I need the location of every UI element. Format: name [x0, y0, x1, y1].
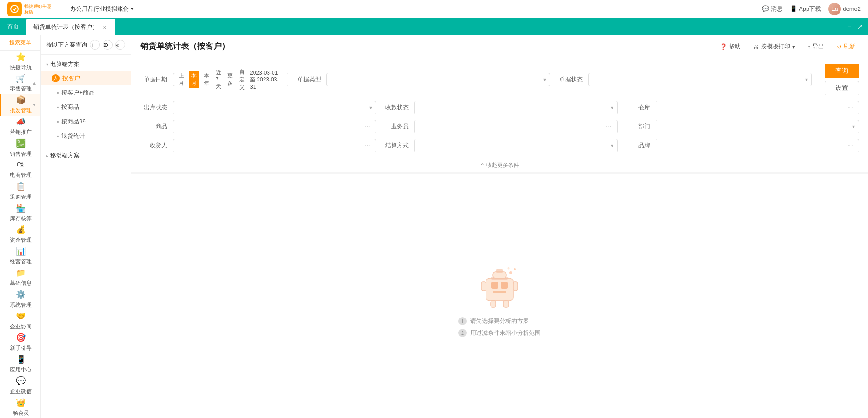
filter-row-3: 商品 ··· 业务员 ··· 部门 ▾ [140, 120, 859, 133]
refresh-btn[interactable]: ↺ 刷新 [833, 41, 859, 52]
shortcut-7days[interactable]: 近7天 [214, 68, 223, 91]
scheme-item-refund-stat[interactable]: ▪ 退货统计 [41, 129, 131, 143]
collab-icon: 🤝 [16, 311, 26, 321]
dots-icon[interactable]: ··· [604, 123, 613, 131]
sidebar-item-app-center[interactable]: 📱 应用中心 [0, 353, 40, 375]
chevron-icon: ▲ [32, 81, 37, 86]
scheme-item-by-goods[interactable]: ▪ 按商品 [41, 100, 131, 114]
shortcut-this-year[interactable]: 本年 [202, 71, 211, 88]
sidebar-item-ecom-mgmt[interactable]: 🛍 电商管理 [0, 159, 40, 180]
tab-minimize-btn[interactable]: － [846, 22, 853, 32]
scheme-item-by-customer[interactable]: 人 按客户 [41, 71, 131, 86]
basic-info-icon: 📁 [16, 268, 26, 278]
doc-status-select[interactable]: ▾ [588, 73, 812, 86]
brand-select[interactable]: ··· [656, 139, 859, 152]
scheme-group-mobile: ▸ 移动端方案 [41, 146, 131, 165]
sidebar-item-finance-mgmt[interactable]: 💰 资金管理 [0, 223, 40, 245]
sidebar-item-sales-mgmt[interactable]: 💹 销售管理 [0, 137, 40, 159]
tab-maximize-btn[interactable]: ⤢ [857, 23, 863, 31]
sidebar-item-operations-mgmt[interactable]: 📊 经营管理 [0, 245, 40, 267]
receiver-select[interactable]: ··· [173, 139, 376, 152]
scheme-collapse-btn[interactable]: « [115, 40, 125, 50]
svg-point-9 [509, 271, 512, 274]
dropdown-icon: ▾ [792, 43, 795, 50]
chevron-icon: ▾ [805, 76, 808, 83]
sidebar-item-retail-mgmt[interactable]: 🛒 零售管理 ▲ [0, 72, 40, 94]
sidebar-item-new-guide[interactable]: 🎯 新手引导 [0, 332, 40, 353]
settings-btn[interactable]: 设置 [825, 81, 859, 95]
sidebar-item-wholesale-mgmt[interactable]: 📦 批发管理 ▼ [0, 94, 40, 116]
chevron-icon: ▾ [611, 104, 613, 111]
sidebar-item-nav[interactable]: ⭐ 快捷导航 [0, 51, 40, 72]
app-selector[interactable]: 办公用品行业模拟账套 ▾ [66, 3, 137, 15]
brand-label: 品牌 [623, 142, 650, 150]
svg-rect-8 [503, 301, 509, 307]
shortcut-this-month[interactable]: 本月 [189, 71, 199, 88]
warehouse-label: 仓库 [623, 104, 650, 112]
inventory-icon: 🏪 [16, 203, 26, 213]
goods-select[interactable]: ··· [173, 120, 376, 133]
query-btn[interactable]: 查询 [825, 64, 859, 78]
doc-status-label: 单据状态 [556, 76, 583, 84]
dots-icon[interactable]: ··· [363, 123, 372, 131]
empty-state: 1 请先选择要分析的方案 2 用过滤条件来缩小分析范围 [131, 174, 868, 418]
header-left: 畅捷通好生意 标版 办公用品行业模拟账套 ▾ [7, 2, 137, 16]
shortcut-last-month[interactable]: 上月 [177, 71, 186, 88]
operations-icon: 📊 [16, 246, 26, 256]
help-btn[interactable]: ❓ 帮助 [716, 41, 744, 52]
person-icon: 人 [52, 74, 60, 82]
settle-method-select[interactable]: ▾ [414, 139, 618, 152]
scheme-settings-btn[interactable]: ⚙ [103, 40, 113, 50]
receipt-status-select[interactable]: ▾ [414, 101, 618, 114]
scheme-group-mobile-header[interactable]: ▸ 移动端方案 [41, 149, 131, 162]
out-status-select[interactable]: ▾ [173, 101, 376, 114]
main-layout: 搜索菜单 ⭐ 快捷导航 🛒 零售管理 ▲ 📦 批发管理 ▼ 📣 营销推广 💹 销… [0, 35, 868, 418]
user-menu[interactable]: Ea demo2 [828, 3, 861, 15]
chevron-down-icon: ▼ [32, 102, 37, 107]
scheme-item-by-goods-99[interactable]: ▪ 按商品99 [41, 114, 131, 129]
grid-icon: ▪ [57, 90, 59, 96]
svg-point-11 [508, 267, 510, 269]
export-btn[interactable]: ↑ 导出 [804, 41, 828, 52]
sidebar-item-system-mgmt[interactable]: ⚙️ 系统管理 [0, 289, 40, 310]
collapse-bar[interactable]: ⌃ 收起更多条件 [131, 158, 868, 172]
scheme-item-by-customer-goods[interactable]: ▪ 按客户+商品 [41, 86, 131, 100]
sidebar-item-member[interactable]: 👑 畅会员 [0, 396, 40, 418]
tab-home[interactable]: 首页 [0, 18, 26, 35]
empty-illustration [472, 256, 527, 310]
template-print-btn[interactable]: 🖨 按模板打印 ▾ [750, 41, 799, 52]
empty-tips: 1 请先选择要分析的方案 2 用过滤条件来缩小分析范围 [458, 317, 541, 337]
dots-icon[interactable]: ··· [363, 142, 372, 150]
receiver-label: 收货人 [140, 142, 167, 150]
sidebar-item-basic-info[interactable]: 📁 基础信息 [0, 267, 40, 289]
tab-sales-stat[interactable]: 销货单统计表（按客户） ✕ [26, 19, 115, 36]
sidebar-item-enterprise-collab[interactable]: 🤝 企业协同 [0, 310, 40, 332]
purchase-icon: 📋 [16, 181, 26, 191]
wechat-icon: 💬 [16, 376, 26, 386]
empty-tip-2: 2 用过滤条件来缩小分析范围 [458, 329, 541, 337]
sidebar-item-inventory[interactable]: 🏪 库存核算 [0, 202, 40, 224]
chevron-icon: ▾ [543, 76, 546, 83]
scheme-group-desktop-header[interactable]: ▾ 电脑端方案 [41, 57, 131, 71]
shortcut-custom[interactable]: 自定义 [237, 67, 246, 92]
chevron-right-icon: ▸ [46, 153, 48, 158]
sidebar-item-enterprise-wechat[interactable]: 💬 企业微信 [0, 375, 40, 397]
dots-icon[interactable]: ··· [845, 104, 855, 112]
messages-btn[interactable]: 💬 消息 [762, 5, 783, 13]
sidebar-item-marketing[interactable]: 📣 营销推广 [0, 116, 40, 138]
grid2-icon: ▪ [57, 104, 59, 110]
department-select[interactable]: ▾ [656, 120, 859, 133]
salesperson-select[interactable]: ··· [414, 120, 618, 133]
dots-icon[interactable]: ··· [845, 142, 855, 150]
retail-icon: 🛒 [16, 73, 26, 83]
date-range-input[interactable]: 上月 本月 本年 近7天 更多 自定义 2023-03-01 至 2023-03… [173, 73, 288, 86]
tab-close-btn[interactable]: ✕ [101, 24, 108, 31]
doc-type-select[interactable]: ▾ [326, 73, 550, 86]
sidebar-search[interactable]: 搜索菜单 [0, 35, 40, 51]
warehouse-select[interactable]: ··· [656, 101, 859, 114]
sidebar-item-purchase-mgmt[interactable]: 📋 采购管理 [0, 180, 40, 202]
app-download-btn[interactable]: 📱 App下载 [790, 5, 821, 13]
shortcut-more[interactable]: 更多 [226, 71, 235, 88]
scheme-add-btn[interactable]: + [90, 40, 100, 50]
filter-area: 单据日期 上月 本月 本年 近7天 更多 自定义 2023-03-01 至 20… [131, 58, 868, 158]
